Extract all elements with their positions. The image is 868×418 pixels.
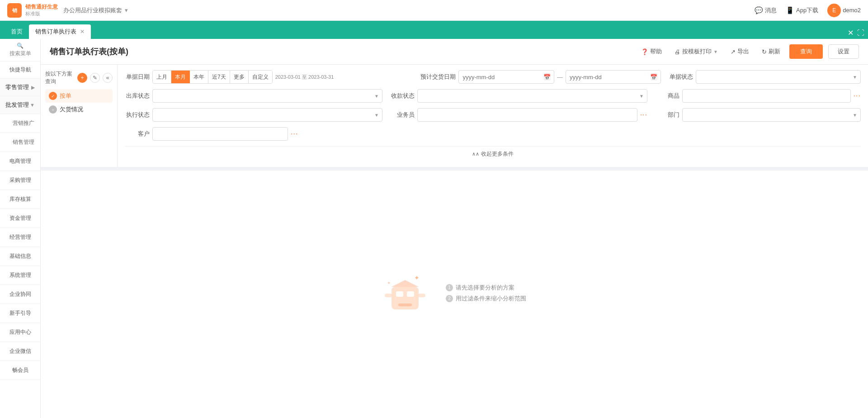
tab-expand-icon[interactable]: ⛶	[857, 29, 864, 37]
date-quick-btns: 上月 本月 本年 近7天 更多 自定义	[152, 70, 273, 84]
svg-text:销: 销	[12, 8, 17, 13]
filter-area: 单据日期 上月 本月 本年 近7天 更多 自定义 2023-03-01 至 20…	[118, 65, 868, 167]
exec-select-wrapper: ▼	[152, 108, 382, 122]
settings-button[interactable]: 设置	[828, 44, 859, 59]
sidebar-item-system[interactable]: 系统管理	[0, 266, 40, 285]
sidebar-item-corp[interactable]: 企业协同	[0, 285, 40, 304]
svg-text:✦: ✦	[414, 274, 420, 281]
scheme-collapse-btn[interactable]: «	[103, 73, 113, 83]
exec-field: 执行状态 ▼	[125, 108, 382, 122]
customer-field: 客户 ···	[125, 127, 861, 141]
goods-more-icon[interactable]: ···	[854, 92, 861, 100]
collapse-bar[interactable]: ∧∧ 收起更多条件	[125, 146, 861, 162]
breadcrumb[interactable]: 办公用品行业模拟账套 ▾	[63, 6, 128, 14]
date-btn-last-month[interactable]: 上月	[153, 71, 171, 83]
tab-order-list[interactable]: 销售订单执行表 ✕	[29, 24, 91, 39]
warehouse-select[interactable]	[152, 89, 382, 103]
expected-date-start[interactable]	[458, 70, 554, 84]
scheme-add-btn[interactable]: +	[77, 73, 87, 83]
customer-input[interactable]	[152, 127, 288, 141]
collapse-up-icon: ∧∧	[472, 151, 479, 157]
filter-row-4: 客户 ···	[125, 127, 861, 141]
header-right: 💬 消息 📱 App下载 E demo2	[755, 4, 861, 17]
sidebar-item-basic[interactable]: 基础信息	[0, 247, 40, 266]
sidebar-item-finance[interactable]: 资金管理	[0, 209, 40, 228]
app-download-btn[interactable]: 📱 App下载	[786, 6, 818, 14]
sidebar-item-member[interactable]: 畅会员	[0, 361, 40, 380]
empty-inner: ✦ ✦ 1 请先选择要分析的方案 2 用过滤条件来缩小分析范围	[382, 271, 526, 318]
salesperson-input[interactable]	[417, 108, 637, 122]
salesperson-more-icon[interactable]: ···	[640, 111, 647, 119]
sidebar: 🔍 搜索菜单 快捷导航 零售管理 ▶ 批发管理 ▼ 营销推广 销售管理 电商管理…	[0, 39, 41, 418]
scheme-item-owed[interactable]: ○ 欠货情况	[45, 103, 113, 116]
payment-select-wrapper: ▼	[417, 89, 647, 103]
query-button[interactable]: 查询	[789, 44, 823, 59]
filter-row-1: 单据日期 上月 本月 本年 近7天 更多 自定义 2023-03-01 至 20…	[125, 70, 861, 84]
sidebar-item-quick-nav[interactable]: 快捷导航	[0, 62, 40, 79]
refresh-icon: ↻	[762, 48, 767, 55]
sidebar-item-operations[interactable]: 经营管理	[0, 228, 40, 247]
svg-rect-7	[418, 294, 425, 297]
exec-select[interactable]	[152, 108, 382, 122]
scheme-header-icons: + ✎ «	[77, 73, 113, 83]
status-select-wrapper: ▼	[696, 70, 861, 84]
sidebar-item-wholesale[interactable]: 批发管理 ▼	[0, 96, 40, 114]
sidebar-item-inventory[interactable]: 库存核算	[0, 190, 40, 209]
date-btn-more[interactable]: 更多	[230, 71, 249, 83]
expected-date-end-wrapper: 📅	[566, 70, 661, 84]
empty-tip-2: 2 用过滤条件来缩小分析范围	[446, 294, 526, 303]
message-icon: 💬	[755, 6, 763, 14]
refresh-btn[interactable]: ↻ 刷新	[758, 46, 784, 57]
tab-close-icon[interactable]: ✕	[80, 28, 85, 35]
sidebar-item-marketing[interactable]: 营销推广	[0, 114, 40, 133]
chevron-right-icon: ▶	[31, 85, 35, 90]
scheme-edit-btn[interactable]: ✎	[90, 73, 100, 83]
svg-rect-5	[398, 304, 412, 306]
tip-num-1: 1	[446, 284, 453, 291]
date-btn-this-year[interactable]: 本年	[190, 71, 208, 83]
print-dropdown-icon: ▼	[713, 49, 718, 54]
sidebar-item-sales[interactable]: 销售管理	[0, 133, 40, 152]
sidebar-item-search-menu[interactable]: 🔍 搜索菜单	[0, 39, 40, 62]
date-btn-this-month[interactable]: 本月	[171, 71, 190, 83]
expected-date-range: 📅 — 📅	[458, 70, 661, 84]
svg-rect-6	[385, 294, 392, 297]
customer-more-icon[interactable]: ···	[291, 130, 298, 138]
empty-tip-1: 1 请先选择要分析的方案	[446, 284, 526, 292]
tab-home[interactable]: 首页	[5, 24, 29, 39]
help-btn[interactable]: ❓ 帮助	[637, 46, 665, 57]
expected-date-end[interactable]	[566, 70, 661, 84]
sidebar-item-newbie[interactable]: 新手引导	[0, 304, 40, 323]
date-btn-custom[interactable]: 自定义	[249, 71, 272, 83]
sidebar-item-apps[interactable]: 应用中心	[0, 323, 40, 342]
sidebar-item-purchase[interactable]: 采购管理	[0, 171, 40, 190]
empty-illustration: ✦ ✦	[382, 271, 428, 318]
date-field: 单据日期 上月 本月 本年 近7天 更多 自定义 2023-03-01 至 20…	[125, 70, 413, 84]
date-btn-7days[interactable]: 近7天	[208, 71, 230, 83]
sidebar-item-ecommerce[interactable]: 电商管理	[0, 152, 40, 171]
dept-select[interactable]	[682, 108, 861, 122]
status-select[interactable]	[696, 70, 861, 84]
scheme-item-order[interactable]: ✓ 按单	[45, 89, 113, 103]
sidebar-item-retail[interactable]: 零售管理 ▶	[0, 79, 40, 96]
payment-select[interactable]	[417, 89, 647, 103]
scheme-header: 按以下方案查询 + ✎ «	[45, 70, 113, 86]
status-field: 单据状态 ▼	[668, 70, 861, 84]
print-btn[interactable]: 🖨 按模板打印 ▼	[671, 46, 722, 57]
content-area: 销售订单执行表(按单) ❓ 帮助 🖨 按模板打印 ▼ ↗ 导出 ↻ 刷新	[41, 39, 868, 418]
dept-select-wrapper: ▼	[682, 108, 861, 122]
export-icon: ↗	[731, 48, 736, 55]
expected-date-start-wrapper: 📅	[458, 70, 554, 84]
message-btn[interactable]: 💬 消息	[755, 6, 777, 14]
search-menu-icon: 🔍	[17, 43, 24, 49]
sidebar-item-wechat[interactable]: 企业微信	[0, 342, 40, 361]
svg-text:✦: ✦	[387, 280, 391, 285]
export-btn[interactable]: ↗ 导出	[727, 46, 753, 57]
empty-tips: 1 请先选择要分析的方案 2 用过滤条件来缩小分析范围	[446, 284, 526, 305]
user-profile[interactable]: E demo2	[827, 4, 861, 17]
tab-close-window-icon[interactable]: ✕	[848, 28, 854, 37]
goods-input[interactable]	[682, 89, 851, 103]
scheme-dot-inactive: ○	[49, 105, 57, 114]
goods-field: 商品 ···	[655, 89, 861, 103]
tab-bar: 首页 销售订单执行表 ✕ ✕ ⛶	[0, 21, 868, 39]
